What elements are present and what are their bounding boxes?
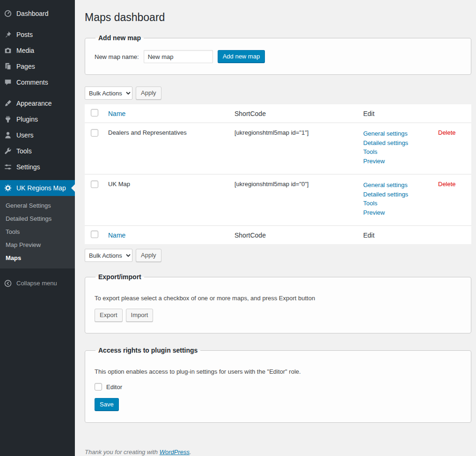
map-name: Dealers and Representatives [103,123,230,174]
sidebar-item-label: Appearance [16,99,52,108]
sidebar-item-dashboard[interactable]: Dashboard [0,6,75,22]
wordpress-link[interactable]: WordPress [160,449,190,456]
sidebar-item-label: Pages [16,62,35,71]
gear-icon [4,184,12,192]
menu-separator [0,90,75,95]
sidebar-item-label: UK Regions Map [16,183,66,193]
sidebar-item-users[interactable]: Users [0,127,75,143]
delete-link[interactable]: Delete [438,129,456,136]
save-button[interactable]: Save [95,398,119,411]
sidebar-item-label: Comments [16,78,48,87]
table-row: UK Map [ukregionshtml5map id="0"] Genera… [85,174,471,226]
column-footer-edit: Edit [359,226,433,245]
submenu-item-map-preview[interactable]: Map Preview [0,239,75,252]
add-new-map-button[interactable]: Add new map [218,50,265,63]
footer-credit: Thank you for creating with WordPress. [85,449,471,456]
admin-menu: Dashboard Posts Media Pages Comments App… [0,6,75,196]
apply-button[interactable]: Apply [136,87,161,100]
sidebar-item-uk-regions-map[interactable]: UK Regions Map [0,180,75,196]
collapse-icon [4,279,12,288]
import-button[interactable]: Import [126,309,154,322]
sidebar-item-label: Media [16,46,34,55]
add-new-map-section: Add new map New map name: Add new map [85,34,471,75]
table-header-row: Name ShortCode Edit [85,104,471,123]
preview-link[interactable]: Preview [363,208,429,217]
general-settings-link[interactable]: General settings [363,181,429,190]
sidebar-item-label: Tools [16,146,32,156]
row-checkbox[interactable] [91,129,98,137]
export-button[interactable]: Export [95,309,123,322]
editor-role-checkbox[interactable] [95,383,102,391]
access-rights-section: Access rights to plugin settings This op… [85,347,471,423]
table-footer-row: Name ShortCode Edit [85,226,471,245]
column-header-shortcode: ShortCode [230,104,359,123]
page-title: Maps dashboard [85,0,471,24]
collapse-menu-button[interactable]: Collapse menu [0,275,75,291]
map-shortcode: [ukregionshtml5map id="0"] [230,174,359,226]
pages-icon [4,62,12,71]
column-footer-name[interactable]: Name [108,232,125,239]
menu-separator [0,175,75,180]
new-map-name-label: New map name: [95,53,139,60]
general-settings-link[interactable]: General settings [363,129,429,138]
speech-bubble-icon [4,78,12,87]
preview-link[interactable]: Preview [363,157,429,166]
map-edit-links: General settings Detailed settings Tools… [359,174,433,226]
sidebar-item-posts[interactable]: Posts [0,27,75,43]
sidebar-item-label: Users [16,130,34,140]
sidebar-item-settings[interactable]: Settings [0,159,75,175]
pushpin-icon [4,30,12,39]
sidebar-item-media[interactable]: Media [0,43,75,58]
sidebar-item-comments[interactable]: Comments [0,74,75,90]
plug-icon [4,115,12,123]
menu-separator [0,22,75,27]
wrench-icon [4,147,12,155]
sidebar-item-appearance[interactable]: Appearance [0,95,75,111]
camera-icon [4,46,12,55]
export-import-section: Export/import To export please select a … [85,273,471,333]
delete-link[interactable]: Delete [438,181,456,188]
column-footer-shortcode: ShortCode [230,226,359,245]
map-shortcode: [ukregionshtml5map id="1"] [230,123,359,174]
select-all-checkbox[interactable] [91,231,98,238]
submenu-item-general-settings[interactable]: General Settings [0,199,75,212]
sidebar-item-label: Dashboard [16,9,49,18]
sidebar-item-plugins[interactable]: Plugins [0,111,75,127]
apply-button[interactable]: Apply [136,249,161,262]
column-header-edit: Edit [359,104,433,123]
user-icon [4,131,12,139]
submenu-item-detailed-settings[interactable]: Detailed Settings [0,212,75,225]
uk-regions-map-submenu: General Settings Detailed Settings Tools… [0,196,75,268]
submenu-item-tools[interactable]: Tools [0,225,75,239]
access-rights-description: This option enables access to plug-in se… [95,368,461,375]
sidebar-item-pages[interactable]: Pages [0,58,75,74]
submenu-item-maps[interactable]: Maps [0,252,75,265]
tools-link[interactable]: Tools [363,199,429,208]
bulk-actions-select[interactable]: Bulk Actions [85,87,132,100]
table-row: Dealers and Representatives [ukregionsht… [85,123,471,174]
new-map-name-input[interactable] [144,50,213,63]
tools-link[interactable]: Tools [363,147,429,157]
main-content: Maps dashboard Add new map New map name:… [75,0,476,456]
editor-role-label: Editor [106,384,122,391]
select-all-checkbox[interactable] [91,109,98,116]
admin-sidebar: Dashboard Posts Media Pages Comments App… [0,0,75,456]
dashboard-icon [4,9,12,18]
sidebar-item-tools[interactable]: Tools [0,143,75,159]
sidebar-item-label: Settings [16,162,40,172]
map-edit-links: General settings Detailed settings Tools… [359,123,433,174]
maps-table: Name ShortCode Edit Dealers and Represen… [85,104,471,244]
detailed-settings-link[interactable]: Detailed settings [363,190,429,199]
bulk-actions-select[interactable]: Bulk Actions [85,249,132,262]
export-import-description: To export please select a checkbox of on… [95,295,461,302]
column-header-name[interactable]: Name [108,110,125,117]
access-rights-legend: Access rights to plugin settings [95,347,200,354]
detailed-settings-link[interactable]: Detailed settings [363,138,429,148]
add-new-map-legend: Add new map [95,34,144,42]
sliders-icon [4,163,12,171]
collapse-menu-label: Collapse menu [16,279,57,288]
row-checkbox[interactable] [91,181,98,188]
sidebar-item-label: Plugins [16,115,38,124]
export-import-legend: Export/import [95,273,144,281]
bulk-actions-bar-bottom: Bulk Actions Apply [85,249,471,262]
